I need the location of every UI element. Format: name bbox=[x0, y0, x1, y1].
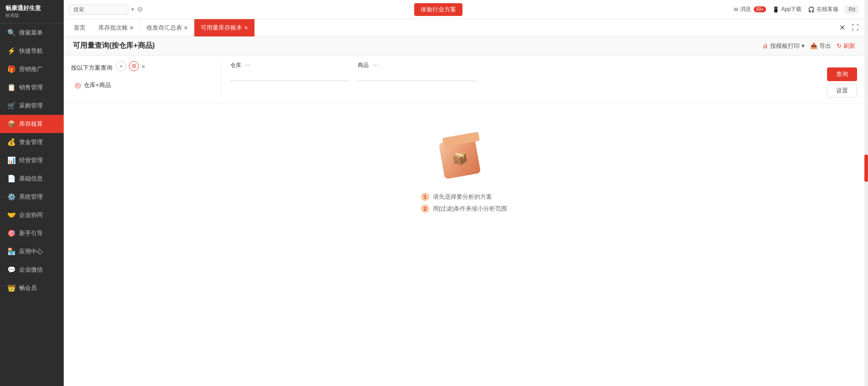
filter-area: 按以下方案查询 ＋ ⚙ « ◎ 仓库+商品 仓库 ··· bbox=[64, 56, 864, 103]
top-search-input[interactable] bbox=[69, 5, 128, 15]
sidebar-icon-member: 👑 bbox=[7, 284, 15, 292]
tip-num-2: 2 bbox=[421, 205, 429, 213]
sidebar-item-enterprise[interactable]: 🤝企业协同 bbox=[0, 206, 64, 224]
sidebar-label-enterprise: 企业协同 bbox=[19, 211, 43, 219]
brand-name: 畅康通好生意 bbox=[5, 5, 58, 12]
empty-tip-1: 1 请先选择要分析的方案 bbox=[421, 193, 507, 201]
header-left: ▾ ⚙ bbox=[69, 5, 143, 15]
tab-right-actions: ✕ ⛶ bbox=[838, 21, 861, 34]
edit-scheme-button[interactable]: ⚙ bbox=[129, 61, 139, 71]
sidebar-icon-finance: 💰 bbox=[7, 138, 15, 146]
sidebar-item-system[interactable]: ⚙️系统管理 bbox=[0, 188, 64, 206]
scheme-item-warehouse-goods[interactable]: ◎ 仓库+商品 bbox=[71, 78, 215, 92]
refresh-icon: ↻ bbox=[837, 42, 842, 49]
sidebar-icon-marketing: 🎁 bbox=[7, 65, 15, 73]
empty-face-icon: 📦 bbox=[450, 149, 468, 167]
sidebar-item-inventory[interactable]: 📦库存核算 bbox=[0, 115, 64, 133]
empty-state: 📦 1 请先选择要分析的方案 2 用[过滤]条件来缩小分析范围 bbox=[64, 103, 864, 249]
sidebar-item-quick-nav[interactable]: ⚡快捷导航 bbox=[0, 42, 64, 60]
empty-box-graphic: 📦 bbox=[438, 137, 481, 180]
tab-batch-account-label: 库存批次账 bbox=[98, 24, 128, 32]
header-right: ✉ 消息 99+ 📱 App下载 🎧 在线客服 Rit bbox=[734, 5, 859, 14]
sidebar-icon-appstore: 🏪 bbox=[7, 247, 15, 256]
sidebar-item-sales[interactable]: 📋销售管理 bbox=[0, 78, 64, 97]
sidebar-item-search[interactable]: 🔍搜索菜单 bbox=[0, 24, 64, 42]
sidebar-icon-basic: 📄 bbox=[7, 175, 15, 183]
scrollbar-thumb[interactable] bbox=[864, 154, 868, 182]
tab-fullscreen-button[interactable]: ⛶ bbox=[850, 22, 861, 34]
sidebar-item-guide[interactable]: 🎯新手引导 bbox=[0, 224, 64, 242]
tip-text-1: 请先选择要分析的方案 bbox=[433, 193, 492, 201]
tab-home[interactable]: 首页 bbox=[67, 19, 92, 36]
export-action[interactable]: 📤 导出 bbox=[810, 42, 831, 50]
tab-available-ledger-close[interactable]: × bbox=[244, 24, 248, 31]
app-download-label: App下载 bbox=[781, 5, 802, 13]
settings-icon[interactable]: ⚙ bbox=[137, 5, 143, 14]
scheme-icon: ◎ bbox=[75, 81, 81, 89]
sidebar-item-purchase[interactable]: 🛒采购管理 bbox=[0, 97, 64, 115]
export-label: 导出 bbox=[819, 42, 831, 50]
filter-right-actions: 查询 设置 bbox=[827, 61, 857, 98]
tab-receipt-summary-label: 收发存汇总表 bbox=[147, 24, 182, 32]
trial-button[interactable]: 体验行业方案 bbox=[414, 3, 462, 16]
warehouse-dots-button[interactable]: ··· bbox=[245, 61, 251, 69]
sidebar-label-search: 搜索菜单 bbox=[19, 29, 43, 37]
scheme-item-label: 仓库+商品 bbox=[84, 81, 111, 89]
sidebar-label-wechat: 企业微信 bbox=[19, 266, 43, 274]
dropdown-icon[interactable]: ▾ bbox=[131, 6, 134, 13]
warehouse-input[interactable] bbox=[230, 71, 349, 81]
sidebar-label-inventory: 库存核算 bbox=[19, 120, 43, 128]
sidebar-nav: 🔍搜索菜单⚡快捷导航🎁营销推广📋销售管理🛒采购管理📦库存核算💰资金管理📊经营管理… bbox=[0, 24, 64, 386]
page-content: 可用量查询(按仓库+商品) 🖨 按模板打印 ▾ 📤 导出 ↻ 刷新 bbox=[64, 36, 864, 386]
sidebar-item-marketing[interactable]: 🎁营销推广 bbox=[0, 60, 64, 78]
tab-available-ledger[interactable]: 可用量库存账本 × bbox=[194, 19, 254, 36]
tab-available-ledger-label: 可用量库存账本 bbox=[201, 24, 242, 32]
sidebar-item-member[interactable]: 👑畅会员 bbox=[0, 279, 64, 297]
sidebar: 畅康通好生意 标准版 🔍搜索菜单⚡快捷导航🎁营销推广📋销售管理🛒采购管理📦库存核… bbox=[0, 0, 64, 386]
sidebar-item-finance[interactable]: 💰资金管理 bbox=[0, 133, 64, 151]
refresh-action[interactable]: ↻ 刷新 bbox=[837, 42, 855, 50]
online-service-action[interactable]: 🎧 在线客服 bbox=[808, 5, 838, 13]
goods-filter-field: 商品 ··· bbox=[358, 61, 476, 81]
phone-icon: 📱 bbox=[772, 6, 779, 13]
tip-text-2: 用[过滤]条件来缩小分析范围 bbox=[433, 205, 507, 213]
goods-input[interactable] bbox=[358, 71, 476, 81]
print-action[interactable]: 🖨 按模板打印 ▾ bbox=[762, 42, 805, 50]
app-download-action[interactable]: 📱 App下载 bbox=[772, 5, 802, 13]
tab-close-button[interactable]: ✕ bbox=[838, 21, 847, 34]
page-header-actions: 🖨 按模板打印 ▾ 📤 导出 ↻ 刷新 bbox=[762, 42, 855, 50]
tab-receipt-summary-close[interactable]: × bbox=[184, 24, 188, 31]
sidebar-item-operations[interactable]: 📊经营管理 bbox=[0, 151, 64, 170]
tab-batch-account-close[interactable]: × bbox=[130, 24, 133, 31]
sidebar-item-appstore[interactable]: 🏪应用中心 bbox=[0, 242, 64, 261]
add-scheme-button[interactable]: ＋ bbox=[116, 61, 126, 71]
goods-label: 商品 ··· bbox=[358, 61, 476, 69]
tab-receipt-summary[interactable]: 收发存汇总表 × bbox=[140, 19, 194, 36]
tab-batch-account[interactable]: 库存批次账 × bbox=[92, 19, 140, 36]
query-button[interactable]: 查询 bbox=[827, 67, 857, 81]
settings-button[interactable]: 设置 bbox=[827, 84, 857, 98]
headset-icon: 🎧 bbox=[808, 6, 815, 13]
collapse-button[interactable]: « bbox=[142, 62, 145, 70]
print-dropdown-icon[interactable]: ▾ bbox=[802, 42, 805, 49]
filter-title: 按以下方案查询 ＋ ⚙ « bbox=[71, 61, 215, 75]
goods-dots-button[interactable]: ··· bbox=[372, 61, 378, 69]
message-action[interactable]: ✉ 消息 99+ bbox=[734, 5, 766, 13]
sidebar-item-basic[interactable]: 📄基础信息 bbox=[0, 170, 64, 188]
tabs-bar: 首页 库存批次账 × 收发存汇总表 × 可用量库存账本 × ✕ ⛶ bbox=[64, 19, 864, 36]
message-label: 消息 bbox=[740, 5, 751, 13]
sidebar-icon-purchase: 🛒 bbox=[7, 102, 15, 110]
sidebar-item-wechat[interactable]: 💬企业微信 bbox=[0, 261, 64, 279]
sidebar-icon-wechat: 💬 bbox=[7, 266, 15, 274]
refresh-label: 刷新 bbox=[843, 42, 855, 50]
sidebar-icon-sales: 📋 bbox=[7, 83, 15, 92]
right-scrollbar[interactable] bbox=[864, 0, 868, 386]
empty-tip-2: 2 用[过滤]条件来缩小分析范围 bbox=[421, 205, 507, 213]
sidebar-label-purchase: 采购管理 bbox=[19, 102, 43, 110]
sidebar-header: 畅康通好生意 标准版 bbox=[0, 0, 64, 24]
sidebar-label-basic: 基础信息 bbox=[19, 175, 43, 183]
sidebar-icon-search: 🔍 bbox=[7, 29, 15, 37]
message-badge: 99+ bbox=[754, 6, 766, 12]
warehouse-filter-field: 仓库 ··· bbox=[230, 61, 349, 81]
user-avatar[interactable]: Rit bbox=[845, 5, 859, 14]
